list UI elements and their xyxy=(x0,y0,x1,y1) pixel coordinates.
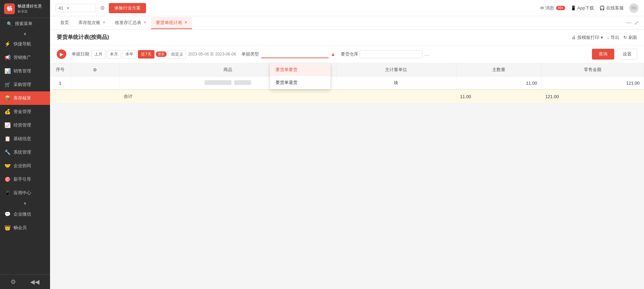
tab-home-label: 首页 xyxy=(60,20,69,26)
tab-minimize-icon[interactable]: — xyxy=(626,20,631,26)
filter-expand-btn[interactable]: ▶ xyxy=(57,49,66,59)
purchase-icon: 🛒 xyxy=(4,81,11,88)
basic-info-icon: 📋 xyxy=(4,135,11,142)
sidebar-item-label: 营销推广 xyxy=(14,54,31,61)
sidebar-item-marketing[interactable]: 📢 营销推广 xyxy=(0,51,50,64)
sidebar-item-quick-nav[interactable]: ⚡ 快捷导航 xyxy=(0,37,50,51)
col-unit-header: 主计量单位 xyxy=(336,63,456,76)
sidebar-item-label: 经营管理 xyxy=(14,122,31,128)
type-filter-arrow-up[interactable]: ▲ xyxy=(331,51,335,57)
sidebar-item-member[interactable]: 👑 畅会员 xyxy=(0,221,50,235)
user-avatar-btn[interactable]: Rit xyxy=(629,3,639,13)
settings-footer-icon[interactable]: ⚙ xyxy=(10,278,16,286)
tab-order-stats-label: 要货单统计表 xyxy=(156,20,182,26)
tab-order-stats-close[interactable]: ✕ xyxy=(184,20,187,25)
sidebar-footer: ⚙ ◀◀ xyxy=(0,274,50,289)
tab-order-stats[interactable]: 要货单统计表 ✕ xyxy=(151,17,192,29)
total-empty2 xyxy=(70,90,120,103)
tab-batch-account-label: 库存批次账 xyxy=(78,20,100,26)
tab-batch-account[interactable]: 库存批次账 ✕ xyxy=(74,17,110,29)
sidebar-item-label: 采购管理 xyxy=(14,82,31,88)
quick-nav-icon: ⚡ xyxy=(4,41,11,47)
dropdown-item-require-goods[interactable]: 要货单要货 xyxy=(270,63,330,76)
sidebar-item-label: 资金管理 xyxy=(14,109,31,115)
col-settings-header[interactable]: ⚙ xyxy=(70,63,120,76)
main-area: 41 ▼ ⚙ 体验行业方案 ✉ 消息 99+ 📱 App下载 🎧 在线客服 xyxy=(50,0,644,289)
chevron-down-icon: ▼ xyxy=(66,6,70,10)
app-download-label: App下载 xyxy=(577,5,594,11)
tab-receive-summary-close[interactable]: ✕ xyxy=(143,20,146,25)
col-settings-icon[interactable]: ⚙ xyxy=(93,67,97,72)
refresh-label: 刷新 xyxy=(628,35,637,41)
sidebar-item-inventory[interactable]: 📦 库存核算 xyxy=(0,91,50,105)
date-more-badge[interactable]: 更多 xyxy=(156,51,167,57)
marketing-icon: 📢 xyxy=(4,54,11,61)
print-dropdown-btn[interactable]: 🖨 按模板打印 ▾ xyxy=(572,35,603,41)
warehouse-filter-input[interactable] xyxy=(360,50,423,58)
export-label: 导出 xyxy=(611,35,619,41)
sidebar-item-sales[interactable]: 📊 销售管理 xyxy=(0,64,50,78)
type-filter-input[interactable] xyxy=(261,50,329,58)
sidebar-item-cooperation[interactable]: 🤝 企业协同 xyxy=(0,159,50,173)
topbar-right: ✉ 消息 99+ 📱 App下载 🎧 在线客服 Rit xyxy=(540,3,639,13)
filter-actions: 查询 设置 xyxy=(592,49,637,60)
sidebar-item-basic-info[interactable]: 📋 基础信息 xyxy=(0,132,50,146)
sidebar-item-label: 库存核算 xyxy=(14,95,31,101)
sidebar-item-label: 企业微信 xyxy=(14,211,31,217)
warehouse-more-btn[interactable]: … xyxy=(424,51,429,57)
trial-btn[interactable]: 体验行业方案 xyxy=(109,3,146,13)
sidebar-item-label: 应用中心 xyxy=(14,190,31,196)
sidebar-item-wechat[interactable]: 💬 企业微信 xyxy=(0,207,50,221)
online-service-btn[interactable]: 🎧 在线客服 xyxy=(599,5,624,11)
tab-batch-account-close[interactable]: ✕ xyxy=(102,20,105,25)
col-quantity-header: 主数量 xyxy=(456,63,541,76)
inventory-icon: 📦 xyxy=(4,95,11,102)
settings-btn[interactable]: 设置 xyxy=(617,49,637,60)
tab-home[interactable]: 首页 xyxy=(55,17,74,29)
logo-icon: 畅 xyxy=(4,3,15,14)
tab-receive-summary[interactable]: 收发存汇总表 ✕ xyxy=(110,17,151,29)
search-menu[interactable]: 🔍 搜索菜单 xyxy=(0,18,50,29)
date-btn-this-year[interactable]: 本年 xyxy=(122,50,137,59)
query-btn[interactable]: 查询 xyxy=(592,49,614,60)
dropdown-item-require-return[interactable]: 要货单退货 xyxy=(270,76,330,89)
collapse-sidebar-btn[interactable]: ◀◀ xyxy=(30,278,40,286)
sidebar-item-system[interactable]: 🔧 系统管理 xyxy=(0,146,50,159)
logo-title: 畅捷通好生意 xyxy=(18,4,42,9)
type-dropdown: 要货单要货 要货单退货 xyxy=(270,63,331,89)
sidebar-item-operations[interactable]: 📈 经营管理 xyxy=(0,118,50,132)
tab-expand-icon[interactable]: ⤢ xyxy=(634,20,639,26)
date-btn-this-month[interactable]: 本月 xyxy=(107,50,121,59)
refresh-icon: ↻ xyxy=(623,35,627,40)
sidebar-item-app-center[interactable]: 📱 应用中心 xyxy=(0,186,50,200)
export-icon: ↓ xyxy=(607,35,610,40)
dropdown-item-require-return-label: 要货单退货 xyxy=(276,80,297,85)
sales-icon: 📊 xyxy=(4,68,11,74)
messages-btn[interactable]: ✉ 消息 99+ xyxy=(540,5,565,11)
table-footer: 合计 11.00 121.00 xyxy=(50,90,644,103)
content-area: 要货单统计表(按商品) 🖨 按模板打印 ▾ ↓ 导出 ↻ 刷新 ▶ xyxy=(50,30,644,289)
topbar-gear-icon[interactable]: ⚙ xyxy=(100,5,105,11)
operations-icon: 📈 xyxy=(4,122,11,129)
date-btn-prev-month[interactable]: 上月 xyxy=(91,50,105,59)
topbar-left: 41 ▼ ⚙ 体验行业方案 xyxy=(55,3,146,13)
sidebar-scroll-up[interactable]: ▲ xyxy=(0,29,50,37)
sidebar-item-finance[interactable]: 💰 资金管理 xyxy=(0,105,50,118)
date-btn-recent7[interactable]: 近7天 xyxy=(138,50,154,59)
company-selector[interactable]: 41 ▼ xyxy=(55,4,96,12)
system-icon: 🔧 xyxy=(4,149,11,156)
table-body: 1 块 11.00 121.00 xyxy=(50,76,644,90)
print-chevron-icon: ▾ xyxy=(601,35,603,40)
app-center-icon: 📱 xyxy=(4,190,11,196)
sidebar-item-label: 畅会员 xyxy=(14,225,27,231)
refresh-btn[interactable]: ↻ 刷新 xyxy=(623,35,637,41)
member-icon: 👑 xyxy=(4,224,11,231)
type-filter-label: 单据类型 xyxy=(241,51,259,57)
sidebar-item-purchase[interactable]: 🛒 采购管理 xyxy=(0,78,50,91)
sidebar-item-guide[interactable]: 🎯 新手引导 xyxy=(0,173,50,186)
export-btn[interactable]: ↓ 导出 xyxy=(607,35,620,41)
username: Rit xyxy=(631,6,637,10)
date-btn-custom[interactable]: 自定义 xyxy=(168,50,186,59)
app-download-btn[interactable]: 📱 App下载 xyxy=(571,5,594,11)
sidebar-scroll-down[interactable]: ▼ xyxy=(0,200,50,207)
